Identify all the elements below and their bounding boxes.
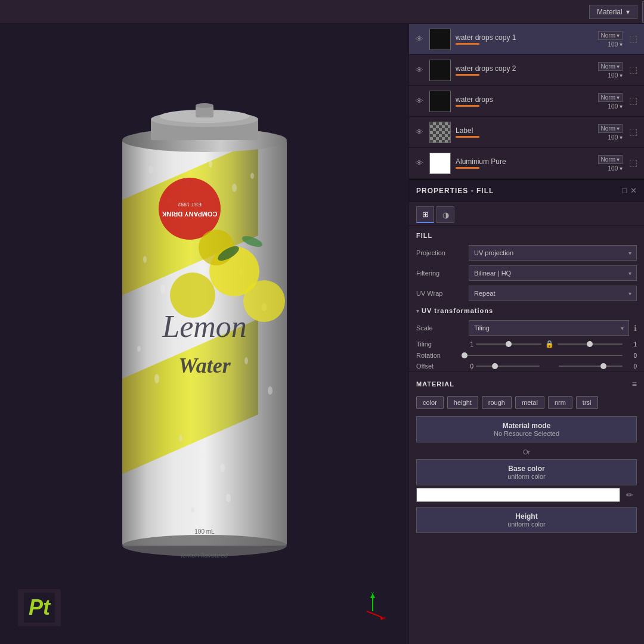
material-chip-height[interactable]: height <box>447 396 478 409</box>
layer-blend-controls: Norm ▾ 100 ▾ <box>598 155 623 172</box>
layer-info: water drops copy 1 <box>456 33 593 45</box>
scale-arrow-icon: ▾ <box>621 325 624 332</box>
info-icon[interactable]: ℹ <box>634 324 637 333</box>
layer-color-bar <box>456 136 479 138</box>
material-chip-rough[interactable]: rough <box>482 396 512 409</box>
svg-point-8 <box>232 184 237 192</box>
layer-visibility-toggle[interactable]: 👁 <box>414 127 425 138</box>
close-icon[interactable]: ✕ <box>630 186 637 195</box>
layer-blend-controls: Norm ▾ 100 ▾ <box>598 124 623 141</box>
offset-row: Offset 0 0 <box>409 361 644 371</box>
material-chips: colorheightroughmetalnrmtrsl <box>409 394 644 414</box>
svg-point-19 <box>220 463 225 473</box>
svg-point-4 <box>148 166 153 174</box>
offset-track-left[interactable] <box>476 366 540 367</box>
layer-row[interactable]: 👁 Label Norm ▾ 100 ▾ <box>409 117 644 148</box>
blend-mode-dropdown[interactable]: Norm ▾ <box>598 155 623 164</box>
minimize-icon[interactable]: □ <box>622 186 627 195</box>
axis-svg: Y X <box>358 590 388 620</box>
tab-effects[interactable]: ◑ <box>436 206 454 223</box>
filtering-value: Bilinear | HQ <box>474 270 511 277</box>
layer-name: water drops <box>456 95 593 104</box>
material-mode-button[interactable]: Material mode No Resource Selected <box>416 416 637 442</box>
layer-mask-icon <box>630 36 637 43</box>
layer-row[interactable]: 👁 water drops Norm ▾ 100 ▾ <box>409 86 644 117</box>
blend-mode-dropdown[interactable]: Norm ▾ <box>598 124 623 133</box>
tiling-val1: 1 <box>462 341 473 348</box>
svg-line-46 <box>367 611 382 617</box>
viewport[interactable]: COMPANY DRINK EST 1992 Lemon Water <box>0 24 408 644</box>
uv-wrap-row: UV Wrap Repeat ▾ <box>409 283 644 304</box>
uv-transformations-header[interactable]: ▾ UV transformations <box>409 304 644 318</box>
lock-icon[interactable]: 🔒 <box>545 340 554 348</box>
filter-icon[interactable]: ≡ <box>632 379 637 389</box>
layer-blend-controls: Norm ▾ 100 ▾ <box>598 93 623 110</box>
rotation-val: 0 <box>625 352 637 359</box>
layer-row[interactable]: 👁 water drops copy 1 Norm ▾ 100 ▾ <box>409 24 644 55</box>
layer-visibility-toggle[interactable]: 👁 <box>414 34 425 45</box>
layer-color-bar <box>456 43 479 45</box>
tiling-thumb-right[interactable] <box>587 341 593 347</box>
offset-thumb-left[interactable] <box>492 363 498 369</box>
uv-collapse-icon: ▾ <box>416 308 419 314</box>
svg-point-10 <box>143 256 147 263</box>
base-color-button[interactable]: Base color uniform color <box>416 459 637 485</box>
blend-mode-dropdown[interactable]: Norm ▾ <box>598 31 623 40</box>
tiling-track-right[interactable] <box>558 343 623 345</box>
layer-color-bar <box>456 167 479 169</box>
material-chip-trsl[interactable]: trsl <box>576 396 598 409</box>
eyedropper-icon[interactable]: ✏ <box>623 488 637 502</box>
svg-point-20 <box>191 507 194 513</box>
color-swatch[interactable] <box>416 488 620 502</box>
uv-wrap-label: UV Wrap <box>416 290 464 297</box>
layer-mask-icon <box>630 67 637 74</box>
tab-layers[interactable]: ⊞ <box>416 206 434 223</box>
layer-thumbnail <box>429 91 451 112</box>
properties-panel: PROPERTIES - FILL □ ✕ ⊞ ◑ FILL Projectio… <box>409 179 644 533</box>
tiling-thumb-left[interactable] <box>506 341 512 347</box>
projection-arrow-icon: ▾ <box>628 250 631 256</box>
material-chip-nrm[interactable]: nrm <box>548 396 572 409</box>
right-panel: 👁 water drops copy 1 Norm ▾ 100 ▾ 👁 <box>408 24 644 644</box>
layer-visibility-toggle[interactable]: 👁 <box>414 96 425 107</box>
layer-visibility-toggle[interactable]: 👁 <box>414 65 425 76</box>
offset-thumb-right[interactable] <box>600 363 606 369</box>
material-chip-color[interactable]: color <box>416 396 444 409</box>
rotation-track[interactable] <box>462 355 623 356</box>
layer-thumbnail <box>429 60 451 81</box>
tiling-track-left[interactable] <box>476 343 541 345</box>
offset-val2: 0 <box>625 363 637 370</box>
viewport-mode-label: Material <box>597 8 623 16</box>
blend-value: 100 ▾ <box>608 103 623 110</box>
blend-mode-dropdown[interactable]: Norm ▾ <box>598 62 623 71</box>
blend-value: 100 ▾ <box>608 72 623 79</box>
adobe-logo: Pt <box>18 589 61 626</box>
rotation-thumb[interactable] <box>462 352 467 358</box>
layer-visibility-toggle[interactable]: 👁 <box>414 158 425 169</box>
uv-wrap-dropdown[interactable]: Repeat ▾ <box>469 286 637 301</box>
material-chip-metal[interactable]: metal <box>515 396 544 409</box>
rotation-label: Rotation <box>416 352 458 359</box>
layer-name: Aluminium Pure <box>456 157 593 166</box>
scale-value: Tiling <box>474 324 490 332</box>
blend-mode-dropdown[interactable]: Norm ▾ <box>598 93 623 102</box>
viewport-mode-dropdown[interactable]: Material ▾ <box>589 5 637 19</box>
blend-value: 100 ▾ <box>608 165 623 172</box>
layer-color-bar <box>456 105 479 107</box>
height-button[interactable]: Height uniform color <box>416 507 637 533</box>
layer-row[interactable]: 👁 water drops copy 2 Norm ▾ 100 ▾ <box>409 55 644 86</box>
uv-wrap-arrow-icon: ▾ <box>628 290 631 297</box>
base-color-title: Base color <box>424 465 629 473</box>
layer-options <box>627 64 639 76</box>
filtering-dropdown[interactable]: Bilinear | HQ ▾ <box>469 265 637 281</box>
svg-point-36 <box>122 535 287 556</box>
can-container: COMPANY DRINK EST 1992 Lemon Water <box>79 66 330 602</box>
scale-dropdown[interactable]: Tiling ▾ <box>469 320 629 336</box>
layers-panel: 👁 water drops copy 1 Norm ▾ 100 ▾ 👁 <box>409 24 644 179</box>
projection-label: Projection <box>416 249 464 256</box>
projection-dropdown[interactable]: UV projection ▾ <box>469 245 637 261</box>
offset-track-right[interactable] <box>559 366 623 367</box>
layer-row[interactable]: 👁 Aluminium Pure Norm ▾ 100 ▾ <box>409 148 644 179</box>
tiling-row: Tiling 1 🔒 1 <box>409 338 644 350</box>
material-title: MATERIAL <box>416 380 454 388</box>
